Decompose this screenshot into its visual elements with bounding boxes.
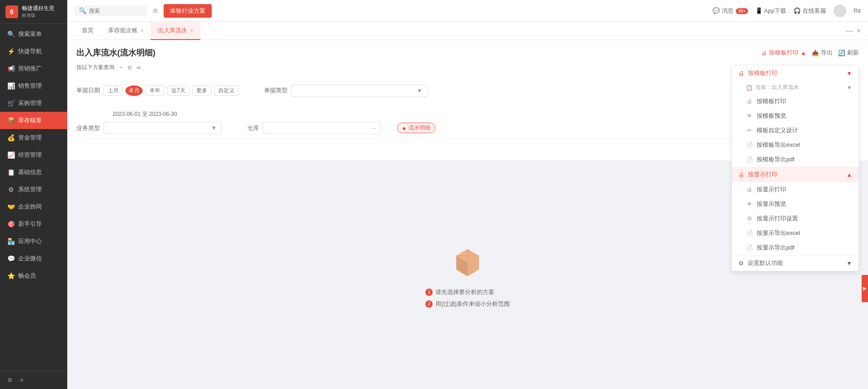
sidebar-item-purchase[interactable]: 🛒 采购管理 (0, 95, 67, 112)
trial-button[interactable]: 体验行业方案 (164, 4, 212, 18)
close-icon[interactable]: × (857, 27, 861, 35)
date-btn-more[interactable]: 更多 (192, 85, 211, 96)
display-preview-item[interactable]: 👁 按显示预览 (732, 197, 858, 211)
sidebar-settings-icon[interactable]: ⚙ (7, 377, 13, 384)
scroll-icon: ▶ (863, 286, 868, 291)
display-settings-label: 按显示打印设置 (757, 214, 798, 223)
display-print-label: 按显示打印 (748, 170, 778, 179)
print-template-button[interactable]: 🖨 按模板打印 ▲ (761, 49, 806, 57)
message-icon[interactable]: 💬 消息 99+ (713, 7, 748, 15)
display-export-excel-item[interactable]: 📄 按显示导出excel (732, 226, 858, 240)
display-export-excel-label: 按显示导出excel (757, 229, 800, 237)
sales-icon: 📊 (7, 82, 15, 90)
message-label: 消息 (722, 7, 733, 14)
date-btn-last-month[interactable]: 上月 (104, 85, 123, 96)
topbar-settings-icon[interactable]: ⚙ (153, 7, 158, 14)
sidebar-item-collab[interactable]: 🤝 企业协同 (0, 198, 67, 215)
sidebar-item-finance[interactable]: 💰 资金管理 (0, 129, 67, 146)
sidebar-item-quick-nav[interactable]: ⚡ 快捷导航 (0, 43, 67, 60)
display-export-pdf-label: 按显示导出pdf (757, 244, 794, 252)
filter-label-text: 按以下方案查询 (76, 64, 115, 71)
display-print-settings-item[interactable]: ⚙ 按显示打印设置 (732, 211, 858, 226)
date-options: 上月 本月 本年 近7天 更多 自定义 (104, 85, 239, 96)
sidebar-menu-icon[interactable]: ≡ (20, 377, 24, 384)
date-btn-this-month[interactable]: 本月 (125, 85, 143, 96)
tab-batch-close[interactable]: × (140, 28, 143, 33)
app-logo: 6 畅捷通好生意 标准版 (0, 0, 67, 24)
sidebar-item-guide[interactable]: 🎯 新手引导 (0, 215, 67, 233)
add-filter-icon[interactable]: ＋ (118, 64, 124, 71)
tip-num-1: 1 (425, 289, 433, 296)
type-select[interactable]: ▼ (291, 85, 428, 97)
sidebar-item-label: 采购管理 (18, 99, 42, 107)
tab-home[interactable]: 首页 (75, 22, 101, 40)
preview-item-icon: 👁 (746, 113, 753, 119)
print-item-icon: 🖨 (746, 98, 753, 105)
filter-settings-icon[interactable]: ⚙ (127, 65, 132, 71)
member-icon: ⭐ (7, 272, 15, 279)
template-export-excel-item[interactable]: 📄 按模板导出excel (732, 138, 858, 152)
tab-batch[interactable]: 库存批次账 × (101, 22, 150, 40)
print-dropdown: 🖨 按模板打印 ▼ 📋 当前：出入库流水 ▼ 🖨 按模板打印 (732, 65, 859, 271)
warehouse-more-icon[interactable]: ··· (371, 125, 376, 131)
date-btn-custom[interactable]: 自定义 (214, 85, 239, 96)
refresh-icon: 🔄 (838, 50, 845, 56)
sidebar-item-sales[interactable]: 📊 销售管理 (0, 77, 67, 95)
sidebar-item-appstore[interactable]: 🏪 应用中心 (0, 233, 67, 250)
warehouse-select[interactable]: ··· (263, 122, 381, 134)
online-service-link[interactable]: 🎧 在线客服 (793, 7, 826, 15)
date-btn-this-year[interactable]: 本年 (145, 85, 165, 96)
system-icon: ⚙ (7, 186, 15, 193)
sidebar-item-wechat[interactable]: 💬 企业微信 (0, 250, 67, 267)
sidebar-item-label: 企业协同 (18, 203, 42, 211)
basic-icon: 📋 (7, 169, 15, 176)
chevron-down-icon: ▼ (846, 70, 852, 77)
template-design-item[interactable]: ✏ 模板自定义设计 (732, 123, 858, 138)
sidebar-item-inventory[interactable]: 📦 库存核算 (0, 112, 67, 129)
logo-icon: 6 (5, 5, 18, 18)
refresh-button[interactable]: 🔄 刷新 (838, 49, 859, 57)
tip-num-2: 2 (425, 300, 433, 308)
sidebar-item-system[interactable]: ⚙ 系统管理 (0, 181, 67, 198)
sidebar-item-search[interactable]: 🔍 搜索菜单 (0, 25, 67, 43)
sidebar-item-label: 搜索菜单 (18, 30, 42, 38)
collapse-filter-icon[interactable]: ≪ (136, 65, 142, 71)
sidebar-item-operation[interactable]: 📈 经营管理 (0, 146, 67, 164)
date-btn-7days[interactable]: 近7天 (167, 85, 190, 96)
set-default-footer[interactable]: ⚙ 设置默认功能 ▼ (732, 255, 858, 271)
sidebar-item-basic[interactable]: 📋 基础信息 (0, 164, 67, 181)
display-print-item[interactable]: 🖨 按显示打印 (732, 182, 858, 197)
type-filter-field: 单据类型 ▼ (264, 85, 428, 97)
empty-tips: 1 请先选择要分析的方案 2 用[过滤]条件来缩小分析范围 (425, 286, 509, 310)
template-preview-item[interactable]: 👁 按模板预览 (732, 109, 858, 123)
sidebar-item-marketing[interactable]: 📢 营销推广 (0, 60, 67, 77)
app-download-link[interactable]: 📱 App下载 (755, 7, 786, 15)
template-print-item[interactable]: 🖨 按模板打印 (732, 94, 858, 109)
sidebar-item-member[interactable]: ⭐ 畅会员 (0, 267, 67, 284)
sidebar: 6 畅捷通好生意 标准版 🔍 搜索菜单 ⚡ 快捷导航 📢 营销推广 📊 销售管 (0, 0, 67, 389)
avatar[interactable] (833, 5, 846, 17)
minimize-icon[interactable]: — (846, 27, 853, 35)
right-scroll-indicator[interactable]: ▶ (862, 275, 868, 302)
biz-type-select[interactable]: ▼ (104, 122, 222, 134)
chevron-up-icon: ▲ (846, 171, 852, 178)
template-export-pdf-item[interactable]: 📄 按模板导出pdf (732, 152, 858, 167)
display-export-pdf-item[interactable]: 📄 按显示导出pdf (732, 240, 858, 255)
sidebar-footer: ⚙ ≡ (0, 371, 67, 389)
export-button[interactable]: 📤 导出 (812, 49, 833, 57)
page-actions: 🖨 按模板打印 ▲ 📤 导出 🔄 刷新 (761, 49, 859, 57)
tab-flow-close[interactable]: × (190, 28, 193, 33)
search-box[interactable]: 🔍 (75, 5, 147, 16)
template-print-header[interactable]: 🖨 按模板打印 ▼ (732, 65, 858, 81)
search-input[interactable] (89, 8, 135, 14)
chevron-up-icon: ▲ (800, 50, 806, 56)
tag-label: 流水明细 (409, 124, 430, 132)
print-icon: 🖨 (761, 50, 767, 56)
current-template-chevron: ▼ (847, 85, 852, 91)
tab-flow[interactable]: 出入库流水 × (150, 22, 200, 40)
appstore-icon: 🏪 (7, 238, 15, 245)
marketing-icon: 📢 (7, 65, 15, 72)
display-print-header[interactable]: 🖨 按显示打印 ▲ (732, 167, 858, 182)
tip-item-1: 1 请先选择要分析的方案 (425, 286, 509, 298)
template-design-item-label: 模板自定义设计 (757, 126, 798, 135)
